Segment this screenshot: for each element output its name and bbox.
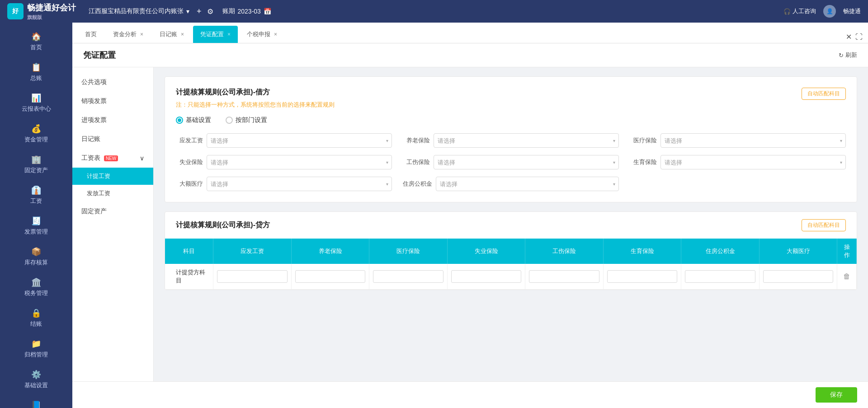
select-pension[interactable]: 请选择 ▾	[434, 133, 619, 148]
guide-icon: 📘	[31, 400, 41, 408]
sidebar-item-archive[interactable]: 📁 归档管理	[0, 333, 72, 364]
cell-workinjury-input[interactable]	[525, 264, 604, 290]
tab-journal-close[interactable]: ×	[181, 31, 184, 38]
add-button[interactable]: +	[197, 7, 202, 16]
sidebar-item-invoice[interactable]: 🧾 发票管理	[0, 211, 72, 241]
input-maternity[interactable]	[607, 270, 678, 283]
input-unemployment[interactable]	[451, 270, 522, 283]
th-large-medical: 大额医疗	[759, 239, 837, 264]
nav-item-journal[interactable]: 日记账	[72, 130, 153, 149]
nav-group-salary[interactable]: 工资表 NEW ∨	[72, 149, 153, 168]
maternity-select[interactable]: 请选择	[660, 155, 846, 169]
input-pension[interactable]	[295, 270, 366, 283]
sidebar-label-invoice: 发票管理	[24, 228, 48, 236]
workinjury-select[interactable]: 请选择	[434, 155, 619, 169]
form-row-maternity: 生育保险 请选择 ▾	[630, 155, 846, 169]
nav-item-fixed-assets[interactable]: 固定资产	[72, 202, 153, 221]
delete-icon[interactable]: 🗑	[843, 272, 850, 280]
tab-funds-label: 资金分析	[113, 30, 137, 38]
tab-voucher-config-close[interactable]: ×	[227, 31, 231, 38]
sidebar-item-ledger[interactable]: 📋 总账	[0, 57, 72, 88]
topbar-right: 🎧 人工咨询 👤 畅捷通	[783, 5, 861, 18]
nav-item-public[interactable]: 公共选项	[72, 73, 153, 92]
sidebar-label-ledger: 总账	[30, 74, 42, 82]
cell-medical-input[interactable]	[369, 264, 448, 290]
period-selector[interactable]: 账期 2023-03 📅	[222, 7, 271, 15]
topbar: 好 畅捷通好会计 旗舰版 江西服宝精品有限责任公司内账张 ▾ + ⚙ 账期 20…	[0, 0, 868, 23]
sidebar-item-close[interactable]: 🔒 结账	[0, 303, 72, 333]
input-medical[interactable]	[373, 270, 443, 283]
sidebar-item-tax[interactable]: 🏛️ 税务管理	[0, 272, 72, 303]
sidebar-item-reports[interactable]: 📊 云报表中心	[0, 88, 72, 118]
housing-select[interactable]: 请选择	[436, 177, 619, 191]
table-header-row: 科目 应发工资 养老保险 医疗保险 失业保险 工伤保险 生育保险 住房公积金 大…	[165, 239, 857, 264]
home-icon: 🏠	[31, 32, 41, 42]
select-wage[interactable]: 请选择 ▾	[207, 133, 392, 148]
debit-auto-match-button[interactable]: 自动匹配科目	[802, 88, 846, 100]
cell-maternity-input[interactable]	[603, 264, 681, 290]
form-row-pension: 养老保险 请选择 ▾	[403, 133, 619, 148]
maximize-icon[interactable]: ⛶	[855, 33, 863, 41]
unemployment-select[interactable]: 请选择	[207, 155, 392, 169]
assets-icon: 🏢	[31, 155, 41, 164]
input-large-medical[interactable]	[763, 270, 834, 283]
tab-tax-close[interactable]: ×	[274, 31, 277, 38]
period-value: 2023-03	[238, 8, 261, 15]
nav-sub-accrual[interactable]: 计提工资	[72, 168, 153, 185]
funds-icon: 💰	[31, 124, 41, 134]
refresh-button[interactable]: ↻ 刷新	[839, 51, 857, 59]
tab-home[interactable]: 首页	[78, 26, 104, 43]
company-selector[interactable]: 江西服宝精品有限责任公司内账张 ▾	[89, 7, 189, 15]
sidebar-item-assets[interactable]: 🏢 固定资产	[0, 149, 72, 180]
tab-tax[interactable]: 个税申报 ×	[240, 26, 284, 43]
sidebar-item-funds[interactable]: 💰 资金管理	[0, 118, 72, 149]
cell-unemployment-input[interactable]	[447, 264, 525, 290]
select-unemployment[interactable]: 请选择 ▾	[207, 155, 392, 169]
sidebar-label-home: 首页	[30, 43, 42, 52]
cell-wage-input[interactable]	[213, 264, 292, 290]
cell-housing-input[interactable]	[681, 264, 760, 290]
select-medical[interactable]: 请选择 ▾	[660, 133, 846, 148]
save-button[interactable]: 保存	[816, 387, 857, 403]
customer-service-btn[interactable]: 🎧 人工咨询	[783, 7, 816, 15]
sidebar-item-salary[interactable]: 👔 工资	[0, 180, 72, 211]
pension-select[interactable]: 请选择	[434, 133, 619, 148]
refresh-label: 刷新	[845, 51, 857, 59]
select-housing[interactable]: 请选择 ▾	[436, 177, 619, 191]
input-wage[interactable]	[217, 270, 288, 283]
sidebar-item-inventory[interactable]: 📦 库存核算	[0, 241, 72, 272]
close-all-icon[interactable]: ✕	[846, 33, 852, 41]
tab-funds[interactable]: 资金分析 ×	[106, 26, 151, 43]
radio-basic[interactable]: 基础设置	[176, 116, 211, 124]
label-workinjury: 工伤保险	[403, 158, 430, 166]
user-avatar: 👤	[823, 5, 836, 18]
sidebar-item-home[interactable]: 🏠 首页	[0, 26, 72, 57]
radio-dept-circle	[226, 117, 233, 124]
two-panel: 公共选项 销项发票 进项发票 日记账 工资表 NEW ∨ 计提工资 发放工资 固…	[72, 67, 868, 408]
tab-funds-close[interactable]: ×	[140, 31, 143, 38]
select-maternity[interactable]: 请选择 ▾	[660, 155, 846, 169]
tab-voucher-config[interactable]: 凭证配置 ×	[193, 26, 238, 43]
large-medical-select[interactable]: 请选择	[207, 177, 392, 191]
input-housing[interactable]	[685, 270, 755, 283]
input-workinjury[interactable]	[529, 270, 599, 283]
credit-auto-match-button[interactable]: 自动匹配科目	[802, 219, 846, 231]
label-pension: 养老保险	[403, 136, 430, 145]
wage-select[interactable]: 请选择	[207, 133, 392, 148]
period-label: 账期	[222, 7, 235, 15]
nav-item-purchase-invoice[interactable]: 进项发票	[72, 111, 153, 130]
tab-bar: 首页 资金分析 × 日记账 × 凭证配置 × 个税申报 × ✕ ⛶	[72, 23, 868, 43]
settings-icon[interactable]: ⚙	[207, 7, 213, 16]
radio-department[interactable]: 按部门设置	[226, 116, 267, 124]
nav-item-sales-invoice[interactable]: 销项发票	[72, 92, 153, 111]
select-workinjury[interactable]: 请选择 ▾	[434, 155, 619, 169]
nav-sub-payment[interactable]: 发放工资	[72, 185, 153, 202]
cell-large-medical-input[interactable]	[759, 264, 837, 290]
sidebar-item-guide[interactable]: 📘 新手引导	[0, 395, 72, 408]
cell-pension-input[interactable]	[291, 264, 369, 290]
select-large-medical[interactable]: 请选择 ▾	[207, 177, 392, 191]
tab-journal[interactable]: 日记账 ×	[152, 26, 191, 43]
medical-select[interactable]: 请选择	[660, 133, 846, 148]
sidebar-item-settings[interactable]: ⚙️ 基础设置	[0, 364, 72, 395]
cell-delete[interactable]: 🗑	[837, 264, 857, 290]
